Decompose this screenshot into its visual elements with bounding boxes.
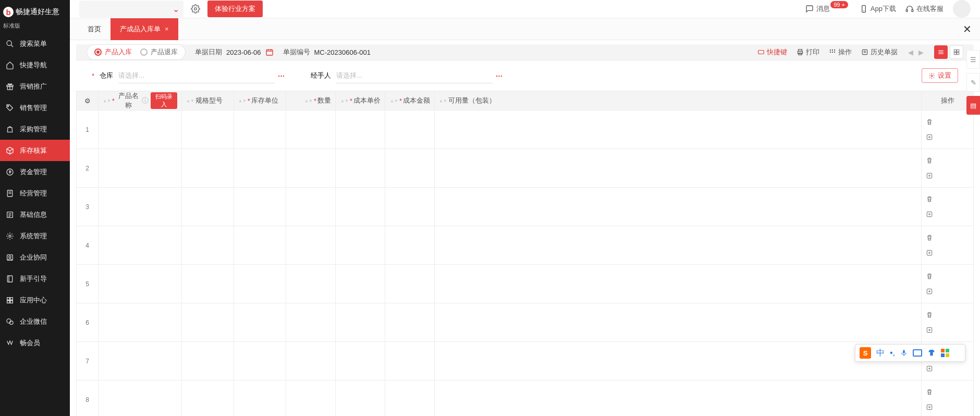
rail-item-2[interactable]: ✎ xyxy=(966,73,980,92)
cell-price[interactable] xyxy=(336,149,385,188)
add-row-icon[interactable] xyxy=(926,133,969,141)
sidebar-item-bag[interactable]: 采购管理 xyxy=(0,118,70,140)
sidebar-item-circle[interactable]: 资金管理 xyxy=(0,161,70,182)
cell-price[interactable] xyxy=(336,188,385,226)
view-list-icon[interactable] xyxy=(934,45,948,59)
sidebar-item-vip[interactable]: 畅会员 xyxy=(0,332,70,353)
cell-avail[interactable] xyxy=(435,188,922,226)
table-row[interactable]: 2 xyxy=(77,149,974,188)
col-spec[interactable]: ▲▼规格型号 xyxy=(182,91,234,111)
col-config[interactable]: ⚙ xyxy=(77,91,99,111)
table-row[interactable]: 7 xyxy=(77,342,974,381)
cell-avail[interactable] xyxy=(435,265,922,303)
cell-unit[interactable] xyxy=(234,188,286,226)
cell-spec[interactable] xyxy=(182,265,234,303)
prev-record-icon[interactable]: ◀ xyxy=(907,48,914,56)
org-selector[interactable]: ⌄ xyxy=(79,1,183,17)
ime-punct-icon[interactable]: •, xyxy=(890,348,895,358)
delete-row-icon[interactable] xyxy=(926,388,969,396)
cell-avail[interactable] xyxy=(435,342,922,381)
more-icon[interactable]: ⋯ xyxy=(496,72,503,80)
cell-qty[interactable] xyxy=(286,188,336,226)
shortcut-button[interactable]: 快捷键 xyxy=(757,47,787,57)
customer-service-button[interactable]: 在线客服 xyxy=(905,4,944,14)
cell-spec[interactable] xyxy=(182,303,234,342)
delete-row-icon[interactable] xyxy=(926,118,969,126)
cell-name[interactable] xyxy=(99,342,182,381)
promo-button[interactable]: 体验行业方案 xyxy=(207,1,263,17)
avatar[interactable] xyxy=(953,0,971,18)
print-button[interactable]: 打印 xyxy=(797,47,819,57)
cell-cost[interactable] xyxy=(385,342,435,381)
cell-qty[interactable] xyxy=(286,149,336,188)
doc-date-value[interactable]: 2023-06-06 xyxy=(226,48,261,56)
cell-unit[interactable] xyxy=(234,226,286,265)
cell-unit[interactable] xyxy=(234,265,286,303)
cell-unit[interactable] xyxy=(234,303,286,342)
col-avail[interactable]: ▲▼可用量（包装） xyxy=(435,91,922,111)
sidebar-item-team[interactable]: 企业协同 xyxy=(0,247,70,268)
cell-avail[interactable] xyxy=(435,226,922,265)
ime-toolbar[interactable]: S 中 •, xyxy=(855,344,965,362)
cell-price[interactable] xyxy=(336,303,385,342)
cell-cost[interactable] xyxy=(385,111,435,149)
table-row[interactable]: 3 xyxy=(77,188,974,226)
cell-price[interactable] xyxy=(336,111,385,149)
sidebar-item-doc[interactable]: 经营管理 xyxy=(0,182,70,204)
cell-cost[interactable] xyxy=(385,226,435,265)
add-row-icon[interactable] xyxy=(926,249,969,256)
delete-row-icon[interactable] xyxy=(926,157,969,164)
sidebar-item-search[interactable]: 搜索菜单 xyxy=(0,33,70,54)
sidebar-item-gear[interactable]: 系统管理 xyxy=(0,225,70,247)
handler-select[interactable] xyxy=(336,68,493,83)
settings-icon[interactable] xyxy=(191,4,200,14)
ime-keyboard-icon[interactable] xyxy=(913,349,922,357)
cell-name[interactable] xyxy=(99,303,182,342)
ime-mic-icon[interactable] xyxy=(900,349,908,357)
rail-item-1[interactable]: ☰ xyxy=(966,50,980,69)
table-row[interactable]: 6 xyxy=(77,303,974,342)
col-product-name[interactable]: ▲▼ *产品名称 ⓘ 扫码录入 xyxy=(99,91,182,111)
col-unit[interactable]: ▲▼*库存单位 xyxy=(234,91,286,111)
rail-item-3[interactable]: ▤ xyxy=(966,96,980,115)
view-card-icon[interactable] xyxy=(950,45,963,59)
cell-spec[interactable] xyxy=(182,381,234,417)
cell-unit[interactable] xyxy=(234,342,286,381)
table-row[interactable]: 5 xyxy=(77,265,974,303)
settings-button[interactable]: 设置 xyxy=(922,68,958,83)
delete-row-icon[interactable] xyxy=(926,273,969,280)
cell-cost[interactable] xyxy=(385,381,435,417)
cell-avail[interactable] xyxy=(435,381,922,417)
cell-qty[interactable] xyxy=(286,303,336,342)
table-row[interactable]: 8 xyxy=(77,381,974,417)
cell-price[interactable] xyxy=(336,381,385,417)
ops-button[interactable]: 操作 xyxy=(829,47,852,57)
sidebar-item-gift[interactable]: 营销推广 xyxy=(0,76,70,97)
add-row-icon[interactable] xyxy=(926,211,969,218)
cell-qty[interactable] xyxy=(286,265,336,303)
add-row-icon[interactable] xyxy=(926,365,969,372)
delete-row-icon[interactable] xyxy=(926,234,969,241)
sidebar-item-box[interactable]: 库存核算 xyxy=(0,140,70,161)
table-row[interactable]: 4 xyxy=(77,226,974,265)
add-row-icon[interactable] xyxy=(926,172,969,179)
tab[interactable]: 产成品入库单× xyxy=(111,18,178,40)
cell-unit[interactable] xyxy=(234,111,286,149)
sidebar-item-list[interactable]: 基础信息 xyxy=(0,204,70,225)
sidebar-item-home[interactable]: 快捷导航 xyxy=(0,54,70,76)
cell-unit[interactable] xyxy=(234,381,286,417)
cell-avail[interactable] xyxy=(435,149,922,188)
cell-spec[interactable] xyxy=(182,111,234,149)
cell-price[interactable] xyxy=(336,342,385,381)
cell-qty[interactable] xyxy=(286,226,336,265)
add-row-icon[interactable] xyxy=(926,326,969,334)
add-row-icon[interactable] xyxy=(926,288,969,295)
ime-lang[interactable]: 中 xyxy=(876,348,885,359)
ime-toolbox-icon[interactable] xyxy=(941,349,949,357)
cell-qty[interactable] xyxy=(286,111,336,149)
table-row[interactable]: 1 xyxy=(77,111,974,149)
warehouse-select[interactable] xyxy=(118,68,275,83)
radio-product-in[interactable]: 产品入库 xyxy=(94,47,132,57)
cell-name[interactable] xyxy=(99,111,182,149)
cell-unit[interactable] xyxy=(234,149,286,188)
